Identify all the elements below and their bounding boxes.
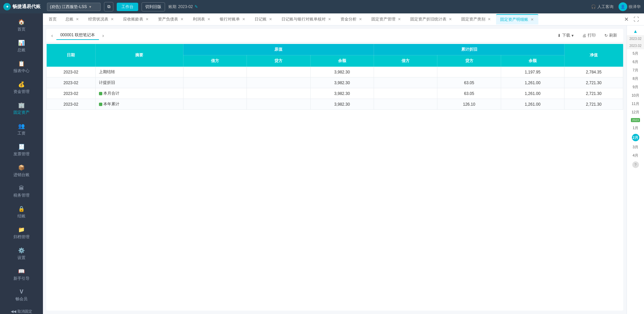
tab-receivable-aging-close[interactable]: ✕	[145, 17, 149, 22]
tab-fixed-assets-depreciation-close[interactable]: ✕	[448, 17, 452, 22]
customer-service-btn[interactable]: 🎧 人工客询	[591, 4, 613, 10]
td-dep-credit: 63.05	[437, 88, 501, 99]
sidebar-item-guide[interactable]: 📖 新手引导	[2, 265, 41, 285]
right-panel-month-2-active[interactable]: 2月	[627, 132, 644, 143]
sidebar-item-capital[interactable]: 💰 资金管理	[2, 78, 41, 98]
tab-profit[interactable]: 利润表 ✕	[189, 14, 215, 24]
fixed-assets-detail-table: 日期 摘要 原值 累计折旧 净值 借方 贷方 余额 借方	[46, 44, 623, 110]
tab-business-status-close[interactable]: ✕	[110, 17, 114, 22]
sidebar-unpin-btn[interactable]: ◀◀ 取消固定	[0, 306, 43, 314]
col-depreciation-group: 累计折旧	[374, 44, 565, 55]
right-panel-month-10[interactable]: 10月	[627, 91, 644, 100]
table-wrapper: 日期 摘要 原值 累计折旧 净值 借方 贷方 余额 借方	[46, 44, 623, 311]
avatar: 👤	[619, 2, 627, 11]
tab-receivable-aging-label: 应收账龄表	[123, 16, 143, 22]
sub-tab-next-btn[interactable]: ›	[101, 32, 106, 39]
tab-fixed-assets-category-label: 固定资产类别	[461, 16, 485, 22]
capital-icon: 💰	[18, 81, 25, 88]
sidebar-item-archive[interactable]: 📁 归档管理	[2, 223, 41, 243]
tab-fixed-assets-category[interactable]: 固定资产类别 ✕	[457, 14, 495, 24]
tab-ledger[interactable]: 总账 ✕	[61, 14, 84, 24]
tab-fixed-assets-mgmt-close[interactable]: ✕	[397, 17, 401, 22]
company-selector[interactable]: (劝告) 江西服垫-LSS ▼	[47, 3, 101, 11]
col-date: 日期	[47, 44, 96, 67]
sidebar-item-home[interactable]: 🏠 首页	[2, 15, 41, 36]
sidebar: 🏠 首页 📊 总账 📋 报表中心 💰 资金管理 🏢 固定资产 👥 工资 🧾 发票…	[0, 13, 43, 314]
sidebar-item-settings[interactable]: ⚙️ 设置	[2, 244, 41, 264]
sidebar-item-close[interactable]: 🔒 结账	[2, 202, 41, 222]
sub-tab-asset-label: 000001 联想笔记本	[60, 32, 95, 38]
switch-version-button[interactable]: 切到旧版	[142, 2, 165, 11]
sidebar-label-tax: 税务管理	[13, 193, 30, 198]
right-panel-month-9[interactable]: 9月	[627, 83, 644, 91]
tab-journal[interactable]: 日记账 ✕	[251, 14, 277, 24]
tab-fixed-assets-detail[interactable]: 固定资产明细账 ✕	[496, 14, 538, 24]
right-panel-month-8[interactable]: 8月	[627, 74, 644, 83]
sidebar-item-tax[interactable]: 🏛 税务管理	[2, 182, 41, 202]
tab-fixed-assets-mgmt[interactable]: 固定资产管理 ✕	[367, 14, 406, 24]
download-btn[interactable]: ⬇ 下载 ▾	[555, 32, 576, 39]
tab-business-status[interactable]: 经营状况表 ✕	[84, 14, 118, 24]
tab-ledger-close[interactable]: ✕	[75, 17, 79, 22]
td-orig-credit	[247, 67, 310, 77]
tab-bank-statement-label: 银行对账单	[220, 16, 240, 22]
td-net: 2,721.30	[565, 77, 623, 88]
salary-icon: 👥	[18, 123, 25, 129]
period-edit-icon[interactable]: ✎	[195, 4, 198, 9]
right-panel-month-12[interactable]: 12月	[627, 108, 644, 116]
logo-icon: ✦	[3, 3, 11, 10]
tab-balance-sheet-label: 资产负债表	[158, 16, 178, 22]
tab-home[interactable]: 首页	[45, 14, 61, 24]
tab-capital-analysis[interactable]: 资金分析 ✕	[336, 14, 367, 24]
guide-icon: 📖	[18, 268, 25, 274]
tab-journal-bank-reconcile[interactable]: 日记账与银行对账单核对 ✕	[277, 14, 336, 24]
tab-journal-bank-reconcile-close[interactable]: ✕	[327, 17, 332, 22]
tab-close-all-btn[interactable]: ✕	[623, 15, 630, 23]
right-panel-month-6[interactable]: 6月	[627, 58, 644, 66]
tab-balance-sheet-close[interactable]: ✕	[180, 17, 184, 22]
right-panel-month-3[interactable]: 3月	[627, 143, 644, 151]
tab-fixed-assets-category-close[interactable]: ✕	[487, 17, 491, 22]
tab-fixed-assets-depreciation[interactable]: 固定资产折旧统计表 ✕	[406, 14, 457, 24]
sidebar-item-fixed-assets[interactable]: 🏢 固定资产	[2, 99, 41, 119]
archive-icon: 📁	[18, 226, 25, 233]
sub-tab-prev-btn[interactable]: ‹	[50, 32, 55, 39]
right-panel-month-1[interactable]: 1月	[627, 124, 644, 132]
tab-profit-close[interactable]: ✕	[207, 17, 211, 22]
sidebar-item-salary[interactable]: 👥 工资	[2, 119, 41, 140]
tab-bank-statement[interactable]: 银行对账单 ✕	[216, 14, 250, 24]
top-bar: ✦ 畅捷通易代账 (劝告) 江西服垫-LSS ▼ ⧉ 工作台 切到旧版 账期 2…	[0, 0, 644, 13]
sidebar-item-invoice[interactable]: 🧾 发票管理	[2, 140, 41, 160]
sub-tab-asset[interactable]: 000001 联想笔记本	[56, 31, 99, 40]
user-profile-btn[interactable]: 👤 徐泽华	[619, 2, 641, 11]
right-panel-unknown[interactable]: ?	[627, 160, 644, 170]
tab-capital-analysis-close[interactable]: ✕	[358, 17, 363, 22]
sidebar-item-member[interactable]: V 畅会员	[2, 285, 41, 305]
tab-journal-close[interactable]: ✕	[268, 17, 273, 22]
sidebar-item-ledger[interactable]: 📊 总账	[2, 36, 41, 56]
tab-balance-sheet[interactable]: 资产负债表 ✕	[154, 14, 188, 24]
right-panel-scroll-up[interactable]: ▲	[627, 27, 644, 35]
tab-bank-statement-close[interactable]: ✕	[241, 17, 246, 22]
print-btn[interactable]: 🖨 打印	[580, 32, 598, 39]
td-dep-credit	[437, 67, 501, 77]
sidebar-item-reports[interactable]: 📋 报表中心	[2, 57, 41, 77]
refresh-label: 刷新	[609, 33, 617, 38]
right-panel-month-5[interactable]: 5月	[627, 49, 644, 58]
right-panel-month-11[interactable]: 11月	[627, 100, 644, 108]
copy-button[interactable]: ⧉	[104, 2, 113, 11]
member-icon: V	[20, 289, 23, 295]
invoice-icon: 🧾	[18, 144, 25, 150]
right-panel-month-7[interactable]: 7月	[627, 66, 644, 74]
tab-fixed-assets-detail-close[interactable]: ✕	[530, 17, 534, 22]
tab-expand-btn[interactable]: ⛶	[632, 16, 641, 23]
col-dep-debit: 借方	[374, 55, 437, 67]
sidebar-item-sales[interactable]: 📦 进销台账	[2, 161, 41, 181]
workbench-button[interactable]: 工作台	[117, 3, 138, 11]
td-dep-credit: 126.10	[437, 99, 501, 110]
col-orig-debit: 借方	[183, 55, 247, 67]
tab-receivable-aging[interactable]: 应收账龄表 ✕	[119, 14, 153, 24]
refresh-btn[interactable]: ↻ 刷新	[602, 32, 620, 39]
period-label: 账期	[168, 4, 176, 10]
right-panel-month-4[interactable]: 4月	[627, 151, 644, 160]
